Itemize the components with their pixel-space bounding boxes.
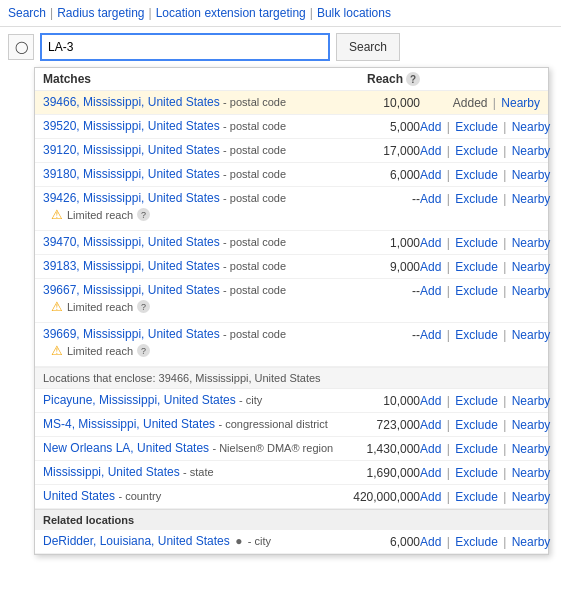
location-name-link[interactable]: 39520, Mississippi, United States [43, 119, 220, 133]
row-actions: Add | Exclude | Nearby [420, 417, 540, 432]
nearby-link[interactable]: Nearby [512, 284, 551, 298]
location-name-link[interactable]: 39180, Mississippi, United States [43, 167, 220, 181]
exclude-link[interactable]: Exclude [455, 236, 498, 250]
warning-text: Limited reach [67, 345, 133, 357]
nearby-link[interactable]: Nearby [512, 328, 551, 342]
nav-location-ext[interactable]: Location extension targeting [156, 6, 306, 20]
result-location: 39183, Mississippi, United States - post… [43, 259, 340, 273]
location-name-link[interactable]: Mississippi, United States [43, 465, 180, 479]
nearby-link[interactable]: Nearby [512, 120, 551, 134]
nearby-link[interactable]: Nearby [512, 144, 551, 158]
exclude-link[interactable]: Exclude [455, 168, 498, 182]
add-link[interactable]: Add [420, 236, 441, 250]
location-type: - congressional district [218, 418, 327, 430]
exclude-link[interactable]: Exclude [455, 260, 498, 274]
add-link[interactable]: Add [420, 284, 441, 298]
location-type: - postal code [223, 168, 286, 180]
nearby-link[interactable]: Nearby [512, 260, 551, 274]
search-button[interactable]: Search [336, 33, 400, 61]
nearby-link[interactable]: Nearby [512, 236, 551, 250]
exclude-link[interactable]: Exclude [455, 418, 498, 432]
exclude-link[interactable]: Exclude [455, 466, 498, 480]
add-link[interactable]: Add [420, 328, 441, 342]
table-row: 39180, Mississippi, United States - post… [35, 163, 548, 187]
search-input[interactable] [40, 33, 330, 61]
reach-help-icon[interactable]: ? [406, 72, 420, 86]
location-name-link[interactable]: MS-4, Mississippi, United States [43, 417, 215, 431]
reach-value: 6,000 [340, 534, 420, 549]
add-link[interactable]: Add [420, 418, 441, 432]
location-type: - postal code [223, 192, 286, 204]
location-name-link[interactable]: 39183, Mississippi, United States [43, 259, 220, 273]
row-actions: Add | Exclude | Nearby [420, 441, 540, 456]
exclude-link[interactable]: Exclude [455, 442, 498, 456]
warning-row: ⚠ Limited reach ? [43, 297, 340, 318]
location-name-link[interactable]: 39667, Mississippi, United States [43, 283, 220, 297]
table-row: 39120, Mississippi, United States - post… [35, 139, 548, 163]
nav-radius[interactable]: Radius targeting [57, 6, 144, 20]
nearby-link[interactable]: Nearby [512, 394, 551, 408]
table-row: Picayune, Mississippi, United States - c… [35, 389, 548, 413]
add-link[interactable]: Add [420, 490, 441, 504]
row-actions: Add | Exclude | Nearby [420, 119, 540, 134]
add-link[interactable]: Add [420, 168, 441, 182]
add-link[interactable]: Add [420, 192, 441, 206]
location-name-link[interactable]: 39426, Mississippi, United States [43, 191, 220, 205]
nav-bulk[interactable]: Bulk locations [317, 6, 391, 20]
add-link[interactable]: Add [420, 535, 441, 549]
result-location: 39669, Mississippi, United States - post… [43, 327, 340, 362]
add-link[interactable]: Add [420, 394, 441, 408]
limited-reach-help-icon[interactable]: ? [137, 208, 150, 221]
nearby-link[interactable]: Nearby [512, 192, 551, 206]
location-name-link[interactable]: New Orleans LA, United States [43, 441, 209, 455]
nav-search[interactable]: Search [8, 6, 46, 20]
location-name-link[interactable]: DeRidder, Louisiana, United States [43, 534, 230, 548]
nearby-link[interactable]: Nearby [512, 442, 551, 456]
exclude-link[interactable]: Exclude [455, 535, 498, 549]
nearby-link[interactable]: Nearby [512, 535, 551, 549]
added-label: Added [453, 96, 488, 110]
table-row: New Orleans LA, United States - Nielsen®… [35, 437, 548, 461]
add-link[interactable]: Add [420, 120, 441, 134]
add-link[interactable]: Add [420, 466, 441, 480]
back-arrow-button[interactable]: ◯ [8, 34, 34, 60]
row-actions: Add | Exclude | Nearby [420, 393, 540, 408]
exclude-link[interactable]: Exclude [455, 144, 498, 158]
nearby-link[interactable]: Nearby [512, 490, 551, 504]
location-name-link[interactable]: Picayune, Mississippi, United States [43, 393, 236, 407]
location-name-link[interactable]: 39466, Mississippi, United States [43, 95, 220, 109]
col-matches-label: Matches [43, 72, 340, 86]
limited-reach-help-icon[interactable]: ? [137, 344, 150, 357]
exclude-link[interactable]: Exclude [455, 490, 498, 504]
table-row: United States - country 420,000,000 Add … [35, 485, 548, 509]
table-row: 39426, Mississippi, United States - post… [35, 187, 548, 231]
exclude-link[interactable]: Exclude [455, 284, 498, 298]
nearby-link[interactable]: Nearby [512, 466, 551, 480]
add-link[interactable]: Add [420, 260, 441, 274]
location-name-link[interactable]: 39120, Mississippi, United States [43, 143, 220, 157]
reach-value: 723,000 [340, 417, 420, 432]
exclude-link[interactable]: Exclude [455, 394, 498, 408]
location-name-link[interactable]: 39470, Mississippi, United States [43, 235, 220, 249]
exclude-link[interactable]: Exclude [455, 120, 498, 134]
location-name-link[interactable]: United States [43, 489, 115, 503]
reach-value: 10,000 [340, 95, 420, 110]
warning-row: ⚠ Limited reach ? [43, 341, 340, 362]
nearby-link[interactable]: Nearby [512, 168, 551, 182]
exclude-link[interactable]: Exclude [455, 192, 498, 206]
add-link[interactable]: Add [420, 144, 441, 158]
result-location: MS-4, Mississippi, United States - congr… [43, 417, 340, 431]
limited-reach-help-icon[interactable]: ? [137, 300, 150, 313]
table-row: MS-4, Mississippi, United States - congr… [35, 413, 548, 437]
reach-value: -- [340, 327, 420, 342]
reach-value: 9,000 [340, 259, 420, 274]
reach-value: -- [340, 283, 420, 298]
reach-value: 5,000 [340, 119, 420, 134]
location-name-link[interactable]: 39669, Mississippi, United States [43, 327, 220, 341]
exclude-link[interactable]: Exclude [455, 328, 498, 342]
nearby-link[interactable]: Nearby [512, 418, 551, 432]
add-link[interactable]: Add [420, 442, 441, 456]
nearby-link[interactable]: Nearby [501, 96, 540, 110]
location-type: - city [248, 535, 271, 547]
location-type: - postal code [223, 236, 286, 248]
